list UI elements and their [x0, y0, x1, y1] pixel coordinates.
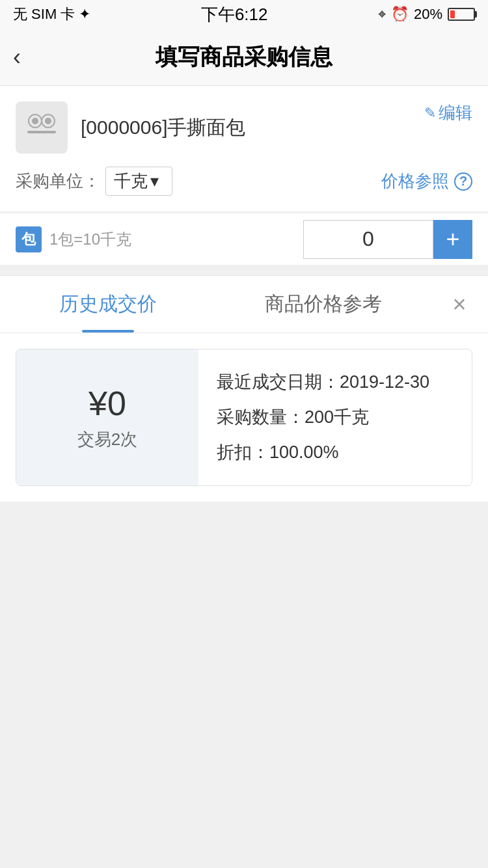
unit-label-text: 采购单位： [16, 170, 100, 193]
nav-bar: ‹ 填写商品采购信息 [0, 29, 488, 86]
product-card: [0000006]手撕面包 ✎ 编辑 采购单位： 千克 ▾ 价格参照 ? [0, 86, 488, 211]
history-price-value: 0 [107, 385, 126, 422]
product-info-row: 采购单位： 千克 ▾ 价格参照 ? [16, 167, 472, 196]
alarm-icon: ⏰ [391, 6, 409, 23]
svg-point-3 [45, 118, 51, 124]
dropdown-icon: ▾ [150, 171, 159, 191]
currency-symbol: ¥ [88, 385, 107, 422]
tabs-header: 历史成交价 商品价格参考 × [0, 276, 488, 333]
unit-value: 千克 [114, 170, 148, 193]
recent-date-value: 2019-12-30 [340, 372, 429, 392]
unit-row: 采购单位： 千克 ▾ [16, 167, 172, 196]
tab2-label: 商品价格参考 [265, 291, 382, 318]
discount-value: 100.00% [269, 442, 339, 462]
price-ref-label: 价格参照 [381, 170, 449, 193]
battery-icon [448, 8, 475, 21]
tab-underline [82, 330, 134, 332]
status-bar: 无 SIM 卡 ✦ 下午6:12 ⌖ ⏰ 20% [0, 0, 488, 29]
status-right: ⌖ ⏰ 20% [378, 6, 475, 23]
quantity-sub: 1包=10千克 [49, 229, 131, 250]
history-content: ¥0 交易2次 最近成交日期：2019-12-30 采购数量：200千克 折扣：… [0, 333, 488, 502]
edit-button[interactable]: ✎ 编辑 [424, 102, 472, 124]
history-purchase-qty-row: 采购数量：200千克 [217, 405, 454, 430]
edit-label: 编辑 [439, 102, 472, 124]
bottom-area [0, 502, 488, 868]
discount-label: 折扣： [217, 442, 269, 462]
product-left: [0000006]手撕面包 [16, 102, 245, 154]
tab-history-price[interactable]: 历史成交价 [0, 276, 215, 332]
quantity-unit-icon: 包 [16, 226, 42, 252]
recent-date-label: 最近成交日期： [217, 372, 340, 392]
history-card: ¥0 交易2次 最近成交日期：2019-12-30 采购数量：200千克 折扣：… [16, 349, 472, 486]
purchase-qty-label: 采购数量： [217, 407, 305, 427]
back-button[interactable]: ‹ [13, 44, 21, 71]
signal-text: 无 SIM 卡 ✦ [13, 5, 90, 24]
history-recent-date-row: 最近成交日期：2019-12-30 [217, 370, 454, 395]
svg-point-1 [32, 118, 38, 124]
quantity-left: 包 1包=10千克 [16, 226, 131, 252]
unit-select[interactable]: 千克 ▾ [105, 167, 172, 196]
history-card-left: ¥0 交易2次 [16, 349, 198, 485]
tab-product-price-ref[interactable]: 商品价格参考 [215, 276, 431, 332]
svg-rect-4 [27, 131, 56, 133]
quantity-right: + [303, 220, 472, 259]
quantity-plus-button[interactable]: + [433, 220, 472, 259]
product-thumbnail [16, 102, 68, 154]
location-icon: ⌖ [378, 6, 386, 23]
tabs-container: 历史成交价 商品价格参考 × ¥0 交易2次 最近成交日期：2019-12-30… [0, 275, 488, 502]
status-time: 下午6:12 [201, 3, 268, 26]
price-ref-icon: ? [454, 172, 472, 191]
product-header: [0000006]手撕面包 ✎ 编辑 [16, 102, 472, 154]
status-left: 无 SIM 卡 ✦ [13, 5, 90, 24]
page-title: 填写商品采购信息 [156, 42, 332, 72]
quantity-input[interactable] [303, 220, 433, 259]
history-discount-row: 折扣：100.00% [217, 441, 454, 465]
tab1-label: 历史成交价 [59, 291, 157, 318]
history-price: ¥0 [88, 384, 126, 423]
purchase-qty-value: 200千克 [305, 407, 369, 427]
history-trades: 交易2次 [77, 428, 137, 451]
quantity-row: 包 1包=10千克 + [0, 213, 488, 265]
edit-icon: ✎ [424, 105, 436, 122]
product-name: [0000006]手撕面包 [81, 115, 245, 141]
price-ref-button[interactable]: 价格参照 ? [381, 170, 472, 193]
battery-percent: 20% [414, 6, 442, 23]
history-card-right: 最近成交日期：2019-12-30 采购数量：200千克 折扣：100.00% [198, 349, 472, 485]
tab-close-button[interactable]: × [431, 276, 488, 333]
